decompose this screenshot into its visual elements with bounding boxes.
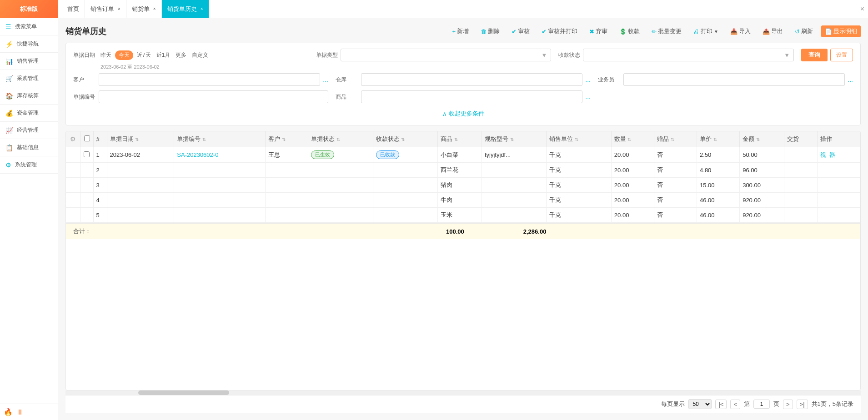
- date-7days[interactable]: 近7天: [135, 50, 153, 60]
- col-product[interactable]: 商品 ⇅: [438, 131, 482, 147]
- action-icon[interactable]: 器: [829, 151, 835, 158]
- sidebar-item-purchase-mgmt[interactable]: 🛒 采购管理: [0, 70, 58, 87]
- col-amount[interactable]: 金额 ⇅: [740, 131, 784, 147]
- last-page-button[interactable]: >|: [797, 400, 808, 409]
- filter-salesperson-input[interactable]: [623, 73, 845, 86]
- col-settings[interactable]: ⚙: [66, 131, 80, 147]
- row-unit: 千克: [547, 147, 611, 163]
- tab-sales-history-close[interactable]: ×: [201, 6, 203, 11]
- new-button[interactable]: + 新增: [449, 25, 473, 37]
- import-button[interactable]: 📥 导入: [727, 25, 754, 37]
- export-icon: 📤: [763, 28, 770, 35]
- row-price: 46.00: [697, 193, 740, 208]
- tab-sales-order-close[interactable]: ×: [118, 6, 120, 11]
- doc-status-badge: 已生效: [311, 150, 334, 159]
- abandon-button[interactable]: ✖ 弃审: [586, 25, 611, 37]
- date-today[interactable]: 今天: [115, 50, 133, 60]
- tab-sales-invoice-label: 销货单: [132, 5, 150, 13]
- sidebar-item-finance[interactable]: 💰 资金管理: [0, 105, 58, 122]
- collapse-button[interactable]: ∧ 收起更多条件: [73, 108, 853, 120]
- date-custom[interactable]: 自定义: [190, 50, 210, 60]
- col-docno[interactable]: 单据编号 ⇅: [174, 131, 266, 147]
- sidebar-item-inventory[interactable]: 🏠 库存核算: [0, 87, 58, 105]
- filter-customer-input[interactable]: [99, 73, 320, 86]
- filter-salesperson-ellipsis[interactable]: ...: [848, 76, 853, 83]
- scrollbar-thumb[interactable]: [138, 390, 229, 395]
- tab-sales-history[interactable]: 销货单历史 ×: [162, 0, 209, 18]
- filter-collect-status-select[interactable]: ▼: [583, 49, 794, 61]
- collapse-up-icon: ∧: [442, 110, 447, 117]
- sidebar-pause-icon[interactable]: ⏸: [16, 408, 24, 416]
- row-spec: [482, 178, 546, 193]
- col-docdate[interactable]: 单据日期 ⇅: [107, 131, 174, 147]
- col-qty[interactable]: 数量 ⇅: [611, 131, 654, 147]
- sidebar-item-basic-info[interactable]: 📋 基础信息: [0, 139, 58, 156]
- refresh-button[interactable]: ↺ 刷新: [791, 25, 817, 37]
- col-price[interactable]: 单价 ⇅: [697, 131, 740, 147]
- sidebar-item-quick-nav[interactable]: ⚡ 快捷导航: [0, 35, 58, 53]
- next-page-button[interactable]: >: [783, 400, 793, 409]
- action-icon[interactable]: 视: [820, 151, 826, 158]
- finance-icon: 💰: [5, 110, 13, 117]
- batch-change-button[interactable]: ✏ 批量变更: [648, 25, 685, 37]
- filter-docno-input[interactable]: [99, 90, 328, 103]
- row-price: 15.00: [697, 178, 740, 193]
- filter-date-item: 单据日期 昨天 今天 近7天 近1月 更多 自定义: [73, 50, 309, 60]
- review-button[interactable]: ✔ 审核: [508, 25, 533, 37]
- table-gear-icon[interactable]: ⚙: [70, 135, 76, 143]
- sidebar-item-operation-label: 经营管理: [17, 126, 39, 134]
- tab-sales-invoice-close[interactable]: ×: [153, 6, 156, 11]
- sidebar-fire-icon[interactable]: 🔥: [4, 408, 13, 416]
- sidebar-item-operation[interactable]: 📈 经营管理: [0, 122, 58, 139]
- date-1month[interactable]: 近1月: [155, 50, 172, 60]
- sidebar-item-inventory-label: 库存核算: [17, 92, 39, 100]
- filter-warehouse-ellipsis[interactable]: ...: [585, 76, 591, 83]
- show-detail-button[interactable]: 📄 显示明细: [821, 25, 861, 37]
- collect-button[interactable]: 💲 收款: [616, 25, 643, 37]
- date-more[interactable]: 更多: [174, 50, 188, 60]
- prev-page-button[interactable]: <: [730, 400, 740, 409]
- date-yesterday[interactable]: 昨天: [99, 50, 113, 60]
- print-dropdown-icon: ▼: [714, 29, 718, 34]
- first-page-button[interactable]: |<: [715, 400, 727, 409]
- filter-warehouse-input[interactable]: [361, 73, 582, 86]
- tab-sales-order[interactable]: 销售订单 ×: [85, 0, 126, 18]
- sidebar-item-system[interactable]: ⚙ 系统管理: [0, 156, 58, 174]
- filter-customer-ellipsis[interactable]: ...: [323, 76, 328, 83]
- row-checkbox[interactable]: [84, 151, 90, 157]
- filter-doc-type-select[interactable]: ▼: [341, 49, 552, 61]
- per-page-select[interactable]: 50 100 200: [688, 399, 712, 409]
- row-actions: [817, 178, 860, 193]
- row-unit: 千克: [547, 178, 611, 193]
- row-qty: 20.00: [611, 178, 654, 193]
- tab-sales-invoice[interactable]: 销货单 ×: [126, 0, 162, 18]
- query-button[interactable]: 查询: [801, 49, 828, 61]
- table-row: 4牛肉千克20.00否46.00920.00: [66, 193, 860, 208]
- col-unit[interactable]: 销售单位 ⇅: [547, 131, 611, 147]
- sidebar-item-sales-mgmt[interactable]: 📊 销售管理: [0, 53, 58, 70]
- abandon-icon: ✖: [589, 28, 594, 35]
- horizontal-scrollbar[interactable]: [65, 390, 861, 395]
- setting-button[interactable]: 设置: [830, 49, 853, 61]
- col-customer[interactable]: 客户 ⇅: [266, 131, 308, 147]
- tab-home[interactable]: 首页: [62, 0, 85, 18]
- col-collectstatus[interactable]: 收款状态 ⇅: [373, 131, 437, 147]
- filter-product-ellipsis[interactable]: ...: [585, 93, 591, 100]
- select-all-checkbox[interactable]: [84, 135, 90, 141]
- export-button[interactable]: 📤 导出: [759, 25, 787, 37]
- col-gift[interactable]: 赠品 ⇅: [654, 131, 697, 147]
- sidebar: 标准版 ☰ 搜索菜单 ⚡ 快捷导航 📊 销售管理 🛒 采购管理 🏠 库存核算 💰…: [0, 0, 58, 420]
- delete-button[interactable]: 🗑 删除: [477, 25, 503, 37]
- filter-product-input[interactable]: [361, 90, 582, 103]
- sidebar-item-search-menu[interactable]: ☰ 搜索菜单: [0, 18, 58, 35]
- col-spec[interactable]: 规格型号 ⇅: [482, 131, 546, 147]
- content-area: 销货单历史 + 新增 🗑 删除 ✔ 审核 ✔ 审核并打印: [58, 18, 868, 420]
- col-checkbox[interactable]: [80, 131, 93, 147]
- export-label: 导出: [771, 27, 783, 35]
- page-input[interactable]: [753, 400, 770, 409]
- print-button[interactable]: 🖨 打印 ▼: [690, 25, 722, 37]
- doc-no-link[interactable]: SA-20230602-0: [177, 151, 218, 158]
- col-docstatus[interactable]: 单据状态 ⇅: [308, 131, 373, 147]
- review-print-button[interactable]: ✔ 审核并打印: [538, 25, 581, 37]
- window-close-btn[interactable]: ×: [860, 5, 864, 13]
